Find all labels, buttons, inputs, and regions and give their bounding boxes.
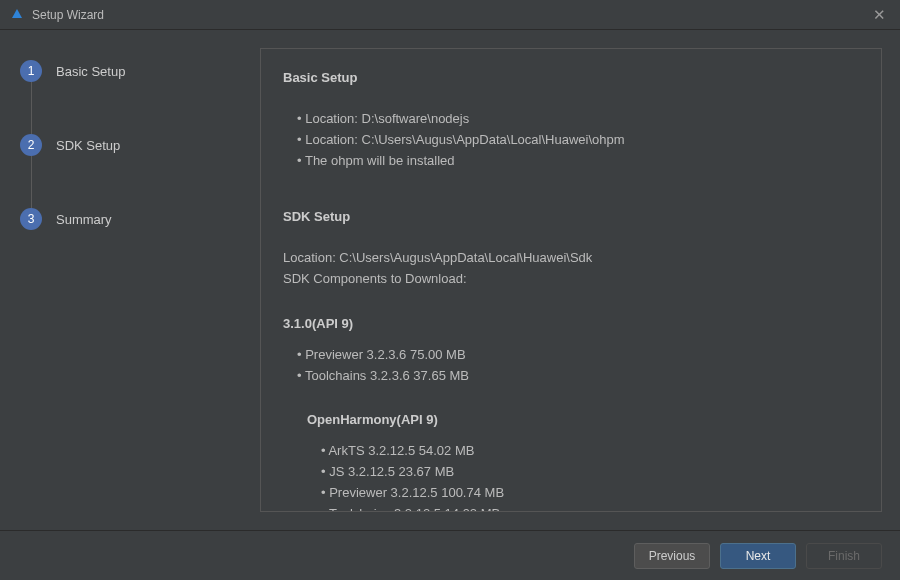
app-logo-icon [10, 8, 24, 22]
list-item: Toolchains 3.2.12.5 14.92 MB [321, 505, 859, 512]
step-label: Summary [56, 212, 112, 227]
next-button[interactable]: Next [720, 543, 796, 569]
sdk-group-list: Previewer 3.2.3.6 75.00 MB Toolchains 3.… [297, 346, 859, 386]
basic-setup-heading: Basic Setup [283, 69, 859, 88]
list-item: Location: C:\Users\Augus\AppData\Local\H… [297, 131, 859, 150]
step-basic-setup[interactable]: 1 Basic Setup [20, 60, 240, 82]
sdk-components-label: SDK Components to Download: [283, 270, 859, 289]
main-area: Basic Setup Location: D:\software\nodejs… [260, 30, 900, 530]
sdk-subgroup-heading: OpenHarmony(API 9) [307, 411, 859, 430]
summary-panel[interactable]: Basic Setup Location: D:\software\nodejs… [260, 48, 882, 512]
list-item: Location: D:\software\nodejs [297, 110, 859, 129]
window-title: Setup Wizard [32, 8, 104, 22]
list-item: ArkTS 3.2.12.5 54.02 MB [321, 442, 859, 461]
sdk-subgroup-list: ArkTS 3.2.12.5 54.02 MB JS 3.2.12.5 23.6… [321, 442, 859, 512]
sdk-setup-heading: SDK Setup [283, 208, 859, 227]
step-connector [31, 82, 32, 134]
step-summary[interactable]: 3 Summary [20, 208, 240, 230]
previous-button[interactable]: Previous [634, 543, 710, 569]
list-item: The ohpm will be installed [297, 152, 859, 171]
sdk-location: Location: C:\Users\Augus\AppData\Local\H… [283, 249, 859, 268]
list-item: JS 3.2.12.5 23.67 MB [321, 463, 859, 482]
footer-bar: Previous Next Finish [0, 530, 900, 580]
step-number: 2 [20, 134, 42, 156]
close-icon[interactable]: ✕ [869, 6, 890, 24]
titlebar: Setup Wizard ✕ [0, 0, 900, 30]
finish-button: Finish [806, 543, 882, 569]
sdk-group-heading: 3.1.0(API 9) [283, 315, 859, 334]
list-item: Previewer 3.2.3.6 75.00 MB [297, 346, 859, 365]
step-number: 1 [20, 60, 42, 82]
basic-setup-list: Location: D:\software\nodejs Location: C… [297, 110, 859, 171]
content-area: 1 Basic Setup 2 SDK Setup 3 Summary Basi… [0, 30, 900, 530]
steps-sidebar: 1 Basic Setup 2 SDK Setup 3 Summary [0, 30, 260, 530]
step-label: SDK Setup [56, 138, 120, 153]
step-number: 3 [20, 208, 42, 230]
step-label: Basic Setup [56, 64, 125, 79]
step-connector [31, 156, 32, 208]
step-sdk-setup[interactable]: 2 SDK Setup [20, 134, 240, 156]
list-item: Previewer 3.2.12.5 100.74 MB [321, 484, 859, 503]
list-item: Toolchains 3.2.3.6 37.65 MB [297, 367, 859, 386]
